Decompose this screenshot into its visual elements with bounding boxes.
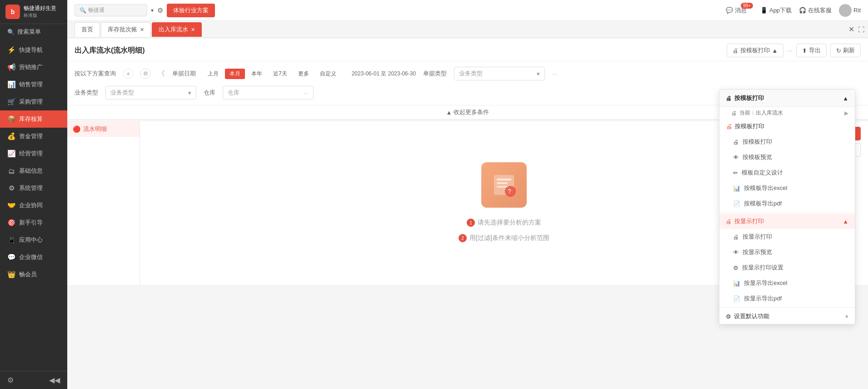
newbie-icon: 🎯: [7, 219, 15, 227]
doc-type-more-btn[interactable]: ···: [552, 70, 557, 77]
display-pdf-icon: 📄: [733, 295, 740, 302]
filter-add-btn[interactable]: +: [123, 69, 133, 79]
date-tab-year[interactable]: 本年: [247, 69, 267, 79]
display-excel-icon: 📊: [733, 280, 740, 287]
display-section-arrow: ▲: [843, 218, 848, 225]
tab-flow[interactable]: 出入库流水 ✕: [152, 22, 202, 37]
filter-collapse-left[interactable]: 《: [158, 69, 165, 79]
tab-flow-close[interactable]: ✕: [191, 27, 195, 33]
date-tab-current-month[interactable]: 本月: [225, 69, 245, 79]
sidebar-collapse-icon[interactable]: ◀◀: [49, 376, 60, 384]
export-btn[interactable]: ⬆ 导出: [796, 44, 827, 57]
tab-home[interactable]: 首页: [75, 22, 100, 37]
refresh-icon: ↻: [836, 47, 841, 54]
step-1-num: 1: [467, 219, 475, 227]
display-settings-item[interactable]: ⚙ 按显示打印设置: [719, 260, 855, 275]
online-service-btn[interactable]: 🎧 在线客服: [799, 6, 832, 15]
display-pdf-item[interactable]: 📄 按显示导出pdf: [719, 291, 855, 306]
date-tab-more[interactable]: 更多: [294, 69, 314, 79]
template-pdf-item[interactable]: 📄 按模板导出pdf: [719, 196, 855, 211]
sidebar-search[interactable]: 🔍 搜索菜单: [0, 24, 67, 40]
filter-settings-btn[interactable]: ⚙: [140, 69, 150, 79]
template-print-label: 按模板打印: [743, 138, 772, 146]
dropdown-arrow: ▲: [843, 95, 848, 102]
display-settings-label: 按显示打印设置: [742, 264, 783, 272]
display-preview-icon: 👁: [733, 249, 739, 256]
business-type-label: 业务类型: [75, 89, 98, 97]
page-actions: 🖨 按模板打印 ▲ ··· ⬆ 导出 ↻ 刷新: [727, 44, 861, 57]
sidebar-item-label: 采购管理: [19, 98, 43, 106]
app-name: 畅捷通好生意: [24, 5, 56, 12]
template-excel-item[interactable]: 📊 按模板导出excel: [719, 180, 855, 196]
page-content: 出入库流水(流水明细) 🖨 按模板打印 ▲ ··· ⬆ 导出 ↻ 刷新: [67, 38, 868, 389]
app-logo: b 畅捷通好生意 标准版: [0, 0, 67, 24]
sidebar-item-finance[interactable]: 💰 资金管理: [0, 128, 67, 145]
user-name: Rit: [853, 7, 861, 14]
date-tab-prev-month[interactable]: 上月: [203, 69, 223, 79]
refresh-label: 刷新: [843, 46, 855, 55]
left-nav-item-flow-detail[interactable]: 🔴 流水明细: [67, 121, 140, 137]
sidebar-nav: ⚡ 快捷导航 📢 营销推广 📊 销售管理 🛒 采购管理 📦 库存核算 💰 资金管…: [0, 40, 67, 371]
sidebar-item-inventory[interactable]: 📦 库存核算: [0, 110, 67, 128]
collab-icon: 🤝: [7, 201, 15, 209]
current-template[interactable]: 🖨 当前：出入库流水 ▶: [719, 107, 855, 119]
refresh-btn[interactable]: ↻ 刷新: [830, 44, 861, 57]
business-type-select[interactable]: 业务类型 ▾: [105, 86, 196, 100]
current-arrow: ▶: [844, 110, 848, 116]
template-preview-item[interactable]: 👁 按模板预览: [719, 150, 855, 165]
sidebar-item-enterprise-collab[interactable]: 🤝 企业协同: [0, 197, 67, 214]
sidebar-item-basics[interactable]: 🗂 基础信息: [0, 162, 67, 180]
header-gear-icon[interactable]: ⚙: [157, 6, 163, 15]
trial-button[interactable]: 体验行业方案: [167, 4, 215, 17]
template-print-section[interactable]: 🖨 按模板打印: [719, 119, 855, 134]
window-close-icon[interactable]: ✕: [848, 25, 854, 34]
display-excel-label: 按显示导出excel: [744, 279, 787, 287]
left-nav-panel: 🔴 流水明细: [67, 121, 140, 285]
tab-batch-post[interactable]: 库存批次账 ✕: [101, 22, 151, 37]
app-download-btn[interactable]: 📱 App下载: [760, 6, 792, 15]
header-dropdown-btn[interactable]: ▾: [151, 7, 154, 14]
template-preview-icon: 👁: [733, 154, 739, 161]
doc-type-placeholder: 业务类型: [459, 70, 483, 78]
sidebar-item-app-center[interactable]: 📱 应用中心: [0, 231, 67, 249]
search-icon: 🔍: [7, 29, 15, 35]
date-tab-7days[interactable]: 近7天: [269, 69, 292, 79]
app-download-icon: 📱: [760, 7, 768, 14]
sidebar-item-enterprise-wechat[interactable]: 💬 企业微信: [0, 249, 67, 266]
tab-flow-label: 出入库流水: [159, 25, 188, 34]
tab-bar: 首页 库存批次账 ✕ 出入库流水 ✕ ✕ ⛶: [67, 21, 868, 38]
date-tabs: 上月 本月 本年 近7天 更多 自定义: [203, 69, 341, 79]
sidebar-item-purchase[interactable]: 🛒 采购管理: [0, 93, 67, 110]
display-print-section[interactable]: 🖨 按显示打印 ▲: [719, 214, 855, 229]
sidebar-item-member[interactable]: 👑 畅会员: [0, 266, 67, 283]
sidebar-item-marketing[interactable]: 📢 营销推广: [0, 59, 67, 76]
tab-batch-post-close[interactable]: ✕: [140, 27, 144, 33]
actions-more-btn[interactable]: ···: [787, 47, 793, 54]
message-btn[interactable]: 💬 消息 99+: [726, 6, 747, 15]
step-1-text: 请先选择要分析的方案: [478, 219, 541, 227]
sidebar-item-newbie[interactable]: 🎯 新手引导: [0, 214, 67, 231]
doc-type-select[interactable]: 业务类型 ▾: [454, 67, 545, 80]
wechat-icon: 💬: [7, 253, 15, 261]
sidebar-item-operations[interactable]: 📈 经营管理: [0, 145, 67, 162]
sidebar-item-system[interactable]: ⚙ 系统管理: [0, 180, 67, 197]
display-print-item[interactable]: 🖨 按显示打印: [719, 229, 855, 244]
display-excel-item[interactable]: 📊 按显示导出excel: [719, 275, 855, 291]
window-expand-icon[interactable]: ⛶: [858, 26, 864, 33]
export-icon: ⬆: [802, 47, 807, 54]
date-tab-custom[interactable]: 自定义: [315, 69, 341, 79]
display-preview-item[interactable]: 👁 按显示预览: [719, 244, 855, 260]
user-avatar[interactable]: Rit: [839, 4, 861, 17]
template-print-item[interactable]: 🖨 按模板打印: [719, 134, 855, 150]
purchase-icon: 🛒: [7, 98, 15, 106]
header-search-box[interactable]: 🔍 畅捷通: [75, 4, 147, 16]
warehouse-select[interactable]: 仓库 ···: [223, 86, 314, 100]
print-template-btn[interactable]: 🖨 按模板打印 ▲: [727, 44, 783, 57]
sidebar-item-sales[interactable]: 📊 销售管理: [0, 76, 67, 93]
sidebar-item-quick-nav[interactable]: ⚡ 快捷导航: [0, 41, 67, 59]
print-dropdown-panel: 🖨 按模板打印 ▲ 🖨 当前：出入库流水 ▶ 🖨: [719, 89, 855, 324]
default-feature-section[interactable]: ⚙ 设置默认功能 ▾: [719, 309, 855, 324]
sidebar-settings-icon[interactable]: ⚙: [7, 376, 14, 384]
template-custom-item[interactable]: ✏ 模板自定义设计: [719, 165, 855, 180]
warehouse-more: ···: [304, 90, 309, 96]
